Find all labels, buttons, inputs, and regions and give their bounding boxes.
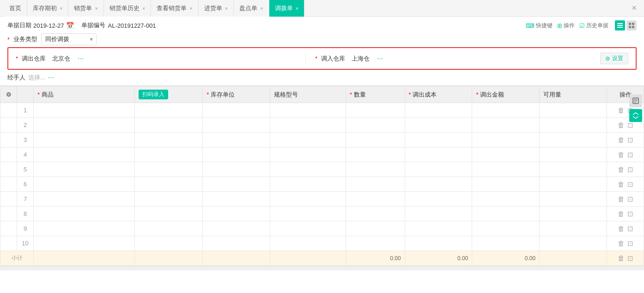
row-cost-cell[interactable] [405,118,472,133]
row-amount-cell[interactable] [472,162,540,177]
row-product-cell[interactable] [34,103,135,118]
row-unit-cell[interactable] [203,192,270,207]
row-cost-cell[interactable] [405,162,472,177]
delete-row-icon[interactable]: 🗑 [618,151,625,159]
row-unit-cell[interactable] [203,133,270,147]
row-spec-cell[interactable] [270,207,346,221]
row-unit-cell[interactable] [203,162,270,177]
row-cost-cell[interactable] [405,147,472,162]
row-product-cell[interactable] [34,147,135,162]
row-amount-cell[interactable] [472,103,540,118]
calendar-icon[interactable]: 📅 [66,22,74,29]
copy-icon[interactable]: ⊡ [627,254,633,262]
delete-row-icon[interactable]: 🗑 [618,225,625,232]
delete-row-icon[interactable]: 🗑 [618,210,625,218]
row-spec-cell[interactable] [270,236,346,251]
copy-row-icon[interactable]: ⊡ [627,210,633,218]
copy-row-icon[interactable]: ⊡ [627,180,633,189]
row-amount-cell[interactable] [472,133,540,147]
row-amount-cell[interactable] [472,177,540,192]
row-spec-cell[interactable] [270,133,346,147]
row-qty-cell[interactable] [346,133,405,147]
tab-inventory-count[interactable]: 盘点单 × [234,0,269,17]
copy-row-icon[interactable]: ⊡ [627,151,633,159]
row-unit-cell[interactable] [203,236,270,251]
delete-row-icon[interactable]: 🗑 [618,136,625,144]
layout-list-icon[interactable] [615,20,625,31]
biz-type-select[interactable]: 同价调拨 ▼ [41,33,97,45]
row-spec-cell[interactable] [270,103,346,118]
operations-button[interactable]: ⊞ 操作 [557,22,575,30]
delete-row-icon[interactable]: 🗑 [618,121,625,129]
row-amount-cell[interactable] [472,147,540,162]
horizontal-scrollbar[interactable] [0,266,644,270]
col-header-scan[interactable]: 扫码录入 [134,86,203,103]
row-amount-cell[interactable] [472,207,540,221]
history-button[interactable]: ☑ 历史单据 [579,22,608,30]
row-qty-cell[interactable] [346,103,405,118]
delete-row-icon[interactable]: 🗑 [618,239,625,247]
tab-sales-history[interactable]: 销货单历史 × [104,0,151,17]
rt-expand-icon[interactable] [629,109,642,122]
layout-grid-icon[interactable] [626,20,637,31]
row-qty-cell[interactable] [346,221,405,236]
row-spec-cell[interactable] [270,118,346,133]
tab-sales-history-close[interactable]: × [142,6,145,11]
tab-sales-order-close[interactable]: × [95,6,97,11]
row-cost-cell[interactable] [405,103,472,118]
rt-notes-icon[interactable] [629,94,642,107]
row-unit-cell[interactable] [203,147,270,162]
row-product-cell[interactable] [34,177,135,192]
handler-more-icon[interactable]: ··· [48,73,54,82]
row-unit-cell[interactable] [203,221,270,236]
tab-purchase-order-close[interactable]: × [225,6,228,11]
row-amount-cell[interactable] [472,118,540,133]
row-qty-cell[interactable] [346,147,405,162]
row-qty-cell[interactable] [346,236,405,251]
row-cost-cell[interactable] [405,192,472,207]
row-product-cell[interactable] [34,162,135,177]
row-product-cell[interactable] [34,221,135,236]
shortcuts-button[interactable]: ⌨ 快捷键 [526,22,553,30]
col-header-gear[interactable]: ⚙ [0,86,17,103]
date-value[interactable]: 2019-12-27 [33,22,64,29]
row-spec-cell[interactable] [270,177,346,192]
row-spec-cell[interactable] [270,221,346,236]
row-cost-cell[interactable] [405,236,472,251]
tab-inventory-init-close[interactable]: × [60,6,62,11]
scan-button[interactable]: 扫码录入 [139,90,168,99]
row-amount-cell[interactable] [472,192,540,207]
copy-row-icon[interactable]: ⊡ [627,136,633,144]
row-product-cell[interactable] [34,133,135,147]
row-spec-cell[interactable] [270,192,346,207]
tab-inventory-init[interactable]: 库存期初 × [27,0,68,17]
row-cost-cell[interactable] [405,177,472,192]
row-amount-cell[interactable] [472,221,540,236]
copy-row-icon[interactable]: ⊡ [627,225,633,233]
tab-view-sales[interactable]: 查看销货单 × [151,0,198,17]
delete-row-icon[interactable]: 🗑 [618,165,625,173]
row-unit-cell[interactable] [203,103,270,118]
out-warehouse-value[interactable]: 北京仓 [52,55,70,63]
tab-transfer-close[interactable]: × [296,6,298,11]
handler-input[interactable]: 选择... [28,73,45,82]
row-amount-cell[interactable] [472,236,540,251]
row-spec-cell[interactable] [270,147,346,162]
row-product-cell[interactable] [34,192,135,207]
row-cost-cell[interactable] [405,207,472,221]
tab-sales-order[interactable]: 销货单 × [68,0,103,17]
window-close-icon[interactable]: × [628,3,640,13]
copy-row-icon[interactable]: ⊡ [627,195,633,203]
copy-row-icon[interactable]: ⊡ [627,239,633,248]
delete-icon[interactable]: 🗑 [618,254,625,262]
row-cost-cell[interactable] [405,133,472,147]
row-qty-cell[interactable] [346,192,405,207]
tab-inventory-count-close[interactable]: × [260,6,263,11]
settings-button[interactable]: ⚙ 设置 [600,53,628,64]
row-qty-cell[interactable] [346,177,405,192]
tab-purchase-order[interactable]: 进货单 × [199,0,234,17]
tab-view-sales-close[interactable]: × [189,6,192,11]
in-warehouse-more-icon[interactable]: ··· [377,55,383,63]
row-spec-cell[interactable] [270,162,346,177]
delete-row-icon[interactable]: 🗑 [618,180,625,188]
